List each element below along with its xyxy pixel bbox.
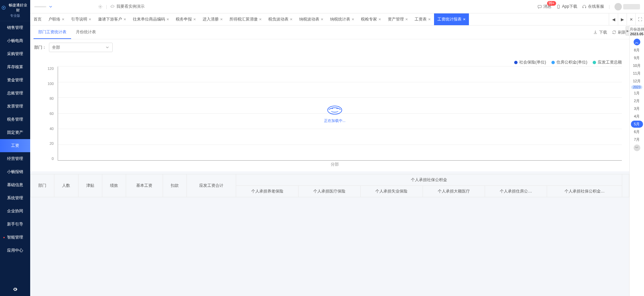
tab-close-icon[interactable]: ✕ <box>259 17 262 21</box>
download-button[interactable]: 下载 <box>593 30 607 35</box>
message-icon <box>537 4 542 9</box>
gear-icon[interactable] <box>98 4 103 9</box>
month-option[interactable]: 11月 <box>631 70 643 77</box>
tab-close-icon[interactable]: ✕ <box>428 17 431 21</box>
page-tab[interactable]: 工资表✕ <box>411 13 434 25</box>
page-tab[interactable]: 税检专家✕ <box>358 13 384 25</box>
tab-close-icon[interactable]: ✕ <box>321 17 323 21</box>
headset-icon <box>582 4 587 9</box>
sidebar-item[interactable]: 资金管理 <box>0 74 30 87</box>
sidebar-item[interactable]: 经营管理 <box>0 152 30 165</box>
table-header: 个人承担社保公积金 <box>236 174 622 186</box>
brand-icon <box>1 5 6 10</box>
tab-close-icon[interactable]: ✕ <box>352 17 354 21</box>
month-option[interactable]: 7月 <box>631 136 643 143</box>
page-tab[interactable]: 资产管理✕ <box>384 13 411 25</box>
tab-close-icon[interactable]: ✕ <box>378 17 381 21</box>
month-prev-button[interactable]: ︽ <box>634 39 640 45</box>
brand-edition: 专业版 <box>1 13 29 18</box>
sidebar-item[interactable]: 税务管理 <box>0 113 30 126</box>
stats-table: 部门人数津贴绩效基本工资扣款应发工资合计个人承担社保公积金 个人承担养老保险个人… <box>30 174 629 197</box>
brand-name: 畅捷通好业财 <box>7 3 29 13</box>
page-tab[interactable]: 首页 <box>30 13 45 25</box>
fullscreen-button[interactable]: ⛶ <box>635 13 644 25</box>
sidebar-item[interactable]: 采购管理 <box>0 47 30 60</box>
page-tab[interactable]: 户联络✕ <box>45 13 68 25</box>
tab-close-icon[interactable]: ✕ <box>463 17 466 21</box>
cloud-icon <box>110 4 115 9</box>
mobile-icon <box>556 4 561 9</box>
page-tab[interactable]: 税负波动表✕ <box>265 13 296 25</box>
tab-close-icon[interactable]: ✕ <box>62 17 64 21</box>
page-tab[interactable]: 税务申报✕ <box>172 13 199 25</box>
page-tab[interactable]: 进入清册✕ <box>199 13 226 25</box>
sidebar-item[interactable]: 小畅报销 <box>0 165 30 178</box>
month-option[interactable]: 6月 <box>631 128 643 135</box>
tabs-next-button[interactable]: ▶ <box>618 13 627 25</box>
page-tab[interactable]: 纳税统计表✕ <box>327 13 358 25</box>
svg-point-1 <box>3 7 4 8</box>
month-option[interactable]: 9月 <box>631 54 643 61</box>
page-tab[interactable]: 纳税波动表✕ <box>296 13 327 25</box>
org-selector[interactable] <box>34 4 95 9</box>
legend-item[interactable]: 社会保险(单位) <box>514 59 546 65</box>
sidebar-item[interactable]: 企业协同 <box>0 205 30 218</box>
sidebar-item[interactable]: 工资 <box>0 139 30 152</box>
sidebar-item[interactable]: 应用中心 <box>0 244 30 257</box>
month-option[interactable]: 1月 <box>631 90 643 97</box>
sidebar-item[interactable]: 小畅电商 <box>0 34 30 47</box>
month-option[interactable]: 4月 <box>631 113 643 120</box>
legend-item[interactable]: 应发工资总额 <box>593 59 622 65</box>
svg-point-8 <box>336 108 338 109</box>
sub-tab[interactable]: 部门工资统计表 <box>34 26 71 39</box>
logo: 畅捷通好业财 专业版 <box>0 0 30 21</box>
month-option[interactable]: 10月 <box>631 62 643 69</box>
tab-close-icon[interactable]: ✕ <box>290 17 292 21</box>
sidebar-item[interactable]: 总账管理 <box>0 87 30 100</box>
tab-close-icon[interactable]: ✕ <box>123 17 126 21</box>
month-next-button[interactable]: ︾ <box>634 144 640 151</box>
sidebar-item[interactable]: 库存核算 <box>0 60 30 74</box>
sidebar-item[interactable]: 基础信息 <box>0 178 30 192</box>
tabs-prev-button[interactable]: ◀ <box>609 13 618 25</box>
customer-service-button[interactable]: 在线客服 <box>582 4 604 9</box>
tab-close-icon[interactable]: ✕ <box>193 17 196 21</box>
sidebar-item[interactable]: 发票管理 <box>0 100 30 113</box>
messages-badge: 99+ <box>547 1 556 6</box>
sidebar-item[interactable]: 系统管理 <box>0 192 30 205</box>
app-download-button[interactable]: App下载 <box>556 4 577 9</box>
month-option[interactable]: 8月 <box>631 47 643 54</box>
svg-point-2 <box>100 6 101 7</box>
demo-link[interactable]: 我要看实例演示 <box>110 4 145 9</box>
sub-tab[interactable]: 月份统计表 <box>71 26 101 39</box>
tab-close-icon[interactable]: ✕ <box>89 17 91 21</box>
tab-close-icon[interactable]: ✕ <box>166 17 169 21</box>
refresh-button[interactable]: 刷新 <box>612 30 626 35</box>
page-tab[interactable]: 引导说明✕ <box>68 13 95 25</box>
sidebar-settings[interactable] <box>0 284 30 296</box>
page-tab[interactable]: 邀请下游客户✕ <box>95 13 129 25</box>
legend-item[interactable]: 住房公积金(单位) <box>551 59 587 65</box>
month-option[interactable]: 12月 <box>631 78 643 85</box>
dept-filter-label: 部门： <box>34 45 46 50</box>
month-option[interactable]: 3月 <box>631 105 643 112</box>
tab-close-icon[interactable]: ✕ <box>405 17 408 21</box>
table-subheader: 个人承担养老保险 <box>236 186 298 197</box>
page-tab[interactable]: 往来单位商品编码✕ <box>129 13 172 25</box>
tabs-close-button[interactable]: ✕ <box>627 13 635 25</box>
sidebar-item[interactable]: 固定资产 <box>0 126 30 139</box>
table-subheader: 个人承担失业保险 <box>361 186 423 197</box>
sidebar-item[interactable]: 新手引导 <box>0 218 30 231</box>
dept-select[interactable]: 全部 <box>49 43 113 52</box>
month-option[interactable]: 5月 <box>631 121 643 128</box>
month-option[interactable]: 2月 <box>631 97 643 104</box>
messages-button[interactable]: 消息 99+ <box>537 4 551 9</box>
sidebar-item[interactable]: 智能管理 <box>0 231 30 244</box>
month-panel-collapse[interactable]: ▶ <box>626 26 630 36</box>
page-tab[interactable]: 所得税汇算清缴✕ <box>226 13 265 25</box>
page-tab[interactable]: 工资统计报表✕ <box>434 13 469 25</box>
tab-close-icon[interactable]: ✕ <box>220 17 223 21</box>
sidebar-item[interactable]: 销售管理 <box>0 21 30 34</box>
user-menu[interactable] <box>614 3 640 10</box>
refresh-icon <box>612 30 616 35</box>
